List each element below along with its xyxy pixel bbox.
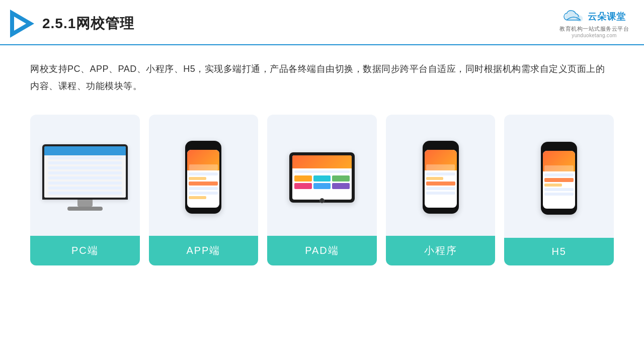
- phone-mockup-h5: [541, 142, 577, 215]
- phone-screen-app: [187, 150, 219, 208]
- phone-screen-body-mini: [425, 170, 457, 197]
- tablet-cell-2: [313, 175, 331, 182]
- pc-label: PC端: [30, 236, 140, 265]
- phone-row-6: [189, 196, 206, 199]
- phone-mockup-app: [185, 141, 221, 214]
- pad-image-area: [267, 115, 377, 236]
- h5-row-5: [544, 193, 574, 196]
- h5-row-3: [544, 184, 562, 187]
- phone-notch-app: [197, 145, 209, 148]
- app-label: APP端: [149, 236, 259, 265]
- phone-screen-h5: [543, 151, 575, 209]
- h5-row-4: [544, 188, 574, 191]
- mini-row-3: [426, 182, 455, 186]
- pc-base: [67, 207, 103, 211]
- phone-row-4: [189, 187, 218, 190]
- tablet-screen-body: [292, 168, 352, 191]
- phone-screen-top-mini: [425, 150, 457, 170]
- tablet-home-btn: [319, 198, 325, 203]
- miniprogram-image-area: [386, 115, 496, 236]
- pc-card: PC端: [30, 115, 140, 265]
- brand-tagline: 教育机构一站式服务云平台: [559, 25, 629, 33]
- tablet-cell-3: [332, 175, 350, 182]
- phone-mockup-mini: [423, 141, 459, 214]
- tablet-cell-6: [332, 183, 350, 189]
- tablet-grid: [294, 175, 350, 189]
- cloud-icon: [562, 9, 585, 24]
- h5-image-area: [504, 115, 614, 238]
- mini-row-5: [426, 192, 455, 195]
- h5-card: H5: [504, 115, 614, 265]
- tablet-mockup: [289, 152, 355, 203]
- phone-row-5: [189, 192, 218, 195]
- logo-triangle-icon: [10, 10, 34, 38]
- header-right: 云朵课堂 教育机构一站式服务云平台 yunduoketang.com: [559, 9, 629, 38]
- phone-notch-h5: [553, 146, 565, 149]
- pc-stand: [77, 200, 93, 207]
- mini-row-4: [426, 187, 455, 190]
- mini-row-2: [426, 177, 444, 180]
- pad-card: PAD端: [267, 115, 377, 265]
- phone-screen-top-h5: [543, 151, 575, 171]
- h5-row-2: [544, 178, 574, 182]
- phone-notch-mini: [435, 145, 447, 148]
- phone-row-1: [189, 172, 218, 175]
- pc-screen: [44, 146, 126, 198]
- description-text: 网校支持PC、APP、PAD、小程序、H5，实现多端打通，产品各终端自由切换，数…: [30, 60, 614, 95]
- phone-row-2: [189, 177, 206, 180]
- h5-label: H5: [504, 238, 614, 265]
- tablet-row-1: [294, 170, 350, 173]
- pad-label: PAD端: [267, 236, 377, 265]
- brand-name: 云朵课堂: [588, 11, 626, 23]
- header: 2.5.1网校管理 云朵课堂 教育机构一站式服务云平台 yunduoketang…: [0, 0, 644, 45]
- tablet-screen-top: [292, 155, 352, 168]
- tablet-cell-1: [294, 175, 312, 182]
- app-image-area: [149, 115, 259, 236]
- svg-point-0: [577, 16, 583, 22]
- mini-row-1: [426, 172, 455, 175]
- pc-screen-outer: [42, 144, 128, 200]
- pc-mockup: [38, 144, 132, 211]
- tablet-cell-5: [313, 183, 331, 189]
- h5-row-1: [544, 173, 574, 176]
- phone-row-3: [189, 182, 218, 186]
- phone-screen-body-app: [187, 170, 219, 201]
- header-left: 2.5.1网校管理: [10, 10, 134, 38]
- phone-screen-top-app: [187, 150, 219, 170]
- cards-container: PC端: [30, 115, 614, 265]
- pc-image-area: [30, 115, 140, 236]
- brand-logo: 云朵课堂: [562, 9, 626, 24]
- page-title: 2.5.1网校管理: [42, 14, 134, 33]
- app-card: APP端: [149, 115, 259, 265]
- miniprogram-label: 小程序: [386, 236, 496, 265]
- brand-url: yunduoketang.com: [572, 33, 616, 38]
- main-content: 网校支持PC、APP、PAD、小程序、H5，实现多端打通，产品各终端自由切换，数…: [0, 45, 644, 276]
- tablet-cell-4: [294, 183, 312, 189]
- phone-screen-mini: [425, 150, 457, 208]
- miniprogram-card: 小程序: [386, 115, 496, 265]
- pc-screen-content: [44, 146, 126, 198]
- tablet-screen: [292, 155, 352, 200]
- phone-screen-body-h5: [543, 171, 575, 198]
